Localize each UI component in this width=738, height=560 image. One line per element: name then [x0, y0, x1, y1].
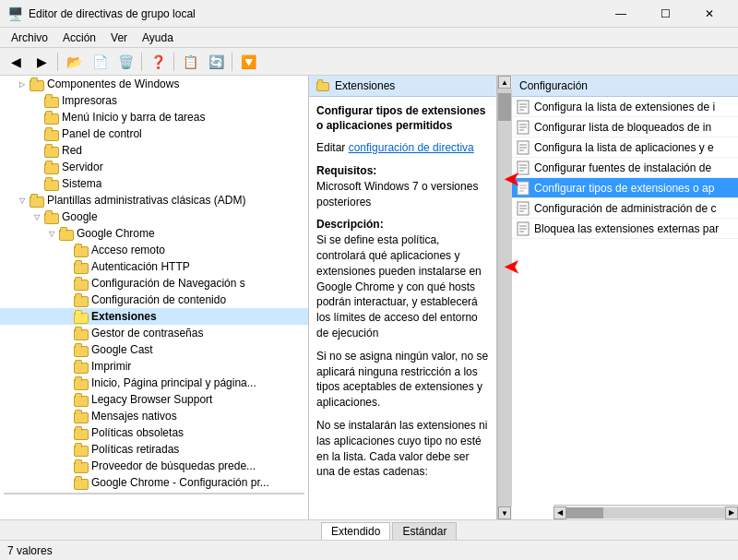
menu-ayuda[interactable]: Ayuda [135, 30, 181, 46]
expander-chrome[interactable]: ▽ [44, 226, 59, 241]
tree-label-obsoletas: Políticas obsoletas [91, 426, 184, 439]
desc-edit-link[interactable]: configuración de directiva [349, 141, 474, 154]
folder-icon-google [44, 210, 59, 223]
tree-item-mensajes[interactable]: Mensajes nativos [0, 408, 308, 424]
folder-icon-proveedor [74, 459, 89, 472]
tree-item-extensiones[interactable]: Extensiones [0, 308, 308, 325]
settings-hscrollbar[interactable]: ◀ ▶ [554, 505, 738, 519]
tree-label-extensiones: Extensiones [91, 310, 157, 323]
tree-item-servidor[interactable]: Servidor [0, 159, 308, 175]
tree-item-menu-inicio[interactable]: Menú Inicio y barra de tareas [0, 109, 308, 125]
hscroll-left[interactable]: ◀ [554, 506, 566, 519]
settings-item-6[interactable]: Bloquea las extensiones externas par [512, 219, 738, 239]
tree-item-panel-control[interactable]: Panel de control [0, 125, 308, 142]
desc-note2-section: No se instalarán las extensiones ni las … [316, 418, 489, 480]
settings-doc-icon-6 [516, 221, 530, 236]
tree-item-inicio[interactable]: Inicio, Página principal y página... [0, 375, 308, 391]
hscroll-right[interactable]: ▶ [725, 506, 738, 519]
expander-navegacion [59, 276, 74, 291]
help-button[interactable]: ❓ [146, 51, 170, 73]
desc-scroll-up[interactable]: ▲ [498, 76, 511, 89]
properties-button[interactable]: 📋 [178, 51, 202, 73]
tree-item-contenido[interactable]: Configuración de contenido [0, 292, 308, 308]
tree-label-menu-inicio: Menú Inicio y barra de tareas [62, 111, 205, 124]
tree-item-acceso-remoto[interactable]: Acceso remoto [0, 242, 308, 258]
expander-plantillas[interactable]: ▽ [15, 193, 30, 208]
title-bar-left: 🖥️ Editor de directivas de grupo local [7, 6, 196, 21]
tree-item-google[interactable]: ▽ Google [0, 209, 308, 225]
folder-icon-extensiones [74, 310, 89, 323]
tree-item-chrome[interactable]: ▽ Google Chrome [0, 225, 308, 242]
settings-item-2[interactable]: Configura la lista de aplicaciones y e [512, 137, 738, 158]
desc-description-text: Si se define esta política, controlará q… [316, 233, 482, 340]
tab-extendido[interactable]: Extendido [321, 522, 390, 540]
folder-icon-desc-header [316, 79, 331, 92]
tree-label-panel-control: Panel de control [62, 127, 142, 140]
settings-item-5[interactable]: Configuración de administración de c [512, 198, 738, 219]
tree-item-gestor[interactable]: Gestor de contraseñas [0, 325, 308, 341]
hscroll-thumb[interactable] [566, 507, 603, 518]
tree-label-gestor: Gestor de contraseñas [91, 327, 203, 340]
desc-scroll-down[interactable]: ▼ [498, 506, 511, 519]
expander-mensajes [59, 409, 74, 423]
desc-requirements-section: Requisitos: Microsoft Windows 7 o versio… [316, 163, 489, 209]
settings-label-2: Configura la lista de aplicaciones y e [534, 141, 714, 154]
settings-label-3: Configurar fuentes de instalación de [534, 161, 711, 174]
status-text: 7 valores [7, 544, 53, 557]
tree-item-legacy[interactable]: Legacy Browser Support [0, 391, 308, 408]
settings-doc-icon-4 [516, 181, 530, 196]
tree-item-plantillas[interactable]: ▽ Plantillas administrativas clásicas (A… [0, 192, 308, 209]
menu-bar: Archivo Acción Ver Ayuda [0, 28, 738, 48]
close-button[interactable]: ✕ [688, 0, 731, 28]
menu-ver[interactable]: Ver [103, 30, 135, 46]
menu-archivo[interactable]: Archivo [4, 30, 55, 46]
tree-item-imprimir[interactable]: Imprimir [0, 358, 308, 375]
maximize-button[interactable]: ☐ [644, 0, 686, 28]
back-button[interactable]: ◀ [4, 51, 28, 73]
settings-header: Configuración [512, 76, 738, 97]
tree-item-autenticacion[interactable]: Autenticación HTTP [0, 258, 308, 275]
desc-scrollbar[interactable]: ▲ ▼ [497, 76, 512, 519]
settings-doc-icon-1 [516, 120, 530, 135]
tree-item-chrome-config[interactable]: Google Chrome - Configuración pr... [0, 474, 308, 491]
expander-servidor [30, 160, 44, 174]
title-bar-controls: — ☐ ✕ [600, 0, 731, 28]
minimize-button[interactable]: — [600, 0, 642, 28]
tree-item-proveedor[interactable]: Proveedor de búsquedas prede... [0, 458, 308, 474]
tree-item-sistema[interactable]: Sistema [0, 175, 308, 192]
folder-icon-contenido [74, 293, 89, 306]
toolbar-separator-3 [173, 53, 174, 71]
hscroll-track [566, 507, 725, 518]
tree-item-cast[interactable]: Google Cast [0, 341, 308, 358]
delete-button[interactable]: 🗑️ [113, 51, 137, 73]
expander-google[interactable]: ▽ [30, 209, 44, 224]
forward-button[interactable]: ▶ [30, 51, 54, 73]
menu-accion[interactable]: Acción [55, 30, 103, 46]
desc-description-title: Descripción: [316, 218, 384, 231]
desc-edit-link-section: Editar configuración de directiva [316, 140, 489, 156]
settings-item-4[interactable]: Configurar tipos de extensiones o ap [512, 178, 738, 198]
folder-icon-gestor [74, 327, 89, 340]
expander-imprimir [59, 359, 74, 374]
settings-item-3[interactable]: Configurar fuentes de instalación de [512, 158, 738, 178]
tree-item-impresoras[interactable]: Impresoras [0, 92, 308, 109]
folder-icon-plantillas [30, 194, 44, 207]
tree-item-navegacion[interactable]: Configuración de Navegación s [0, 275, 308, 292]
filter-button[interactable]: 🔽 [236, 51, 260, 73]
tree-item-retiradas[interactable]: Políticas retiradas [0, 441, 308, 458]
main-content: ▷ Componentes de Windows Impresoras Menú… [0, 76, 738, 519]
tree-item-componentes[interactable]: ▷ Componentes de Windows [0, 76, 308, 92]
expander-componentes[interactable]: ▷ [15, 77, 30, 91]
tree-item-obsoletas[interactable]: Políticas obsoletas [0, 424, 308, 441]
desc-header-title: Extensiones [335, 79, 395, 92]
tree-item-red[interactable]: Red [0, 142, 308, 159]
browse-button[interactable]: 📂 [62, 51, 86, 73]
expander-autenticacion [59, 259, 74, 274]
new-window-button[interactable]: 📄 [88, 51, 112, 73]
settings-item-0[interactable]: Configura la lista de extensiones de i [512, 97, 738, 117]
desc-scroll-thumb[interactable] [498, 93, 511, 121]
refresh-button[interactable]: 🔄 [204, 51, 228, 73]
tab-estandar[interactable]: Estándar [392, 522, 457, 540]
settings-doc-icon-0 [516, 100, 530, 114]
settings-item-1[interactable]: Configurar lista de bloqueados de in [512, 117, 738, 137]
